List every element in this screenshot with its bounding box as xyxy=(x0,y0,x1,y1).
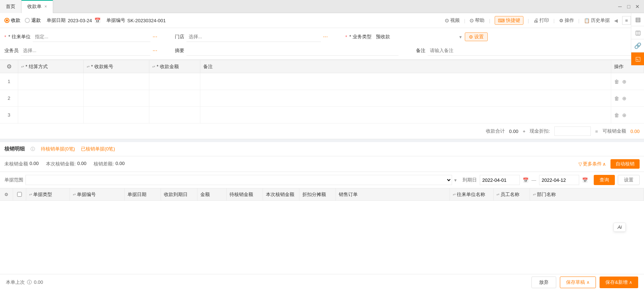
done-tab[interactable]: 已核销单据(0笔) xyxy=(81,146,115,152)
right-sidebar: ▤ ◫ 🔗 ◱ xyxy=(631,13,644,66)
save-draft-arrow-icon: ∧ xyxy=(586,280,590,285)
td-seq-1: 1 xyxy=(0,73,18,90)
table-row: 3 🗑 ⊕ xyxy=(0,107,644,124)
xianjian-input[interactable] xyxy=(554,126,591,136)
quwai-input[interactable] xyxy=(33,32,150,42)
sidebar-icon-table[interactable]: ▤ xyxy=(631,13,644,26)
more-conditions-label: 更多条件 xyxy=(583,161,602,167)
main-content: 收款 退款 单据日期 2023-03-24 📅 单据编号 SK-20230324… xyxy=(0,13,644,290)
zhaiyao-label: 摘要 xyxy=(175,47,184,54)
td-jsfangshi-3[interactable] xyxy=(18,107,84,123)
save-new-arrow-icon: ∧ xyxy=(629,280,632,285)
td-jsfangshi-1[interactable] xyxy=(18,73,84,90)
radio-shoukuan[interactable]: 收款 xyxy=(4,17,20,24)
print-label: 打印 xyxy=(539,17,549,24)
setting-button[interactable]: ⚙ 设置 xyxy=(465,32,488,41)
sort-icon-jsfangshi: ▴▾ xyxy=(21,65,24,68)
table-setting-btn[interactable]: 设置 xyxy=(618,175,640,185)
range-select[interactable] xyxy=(25,175,452,185)
ai-badge[interactable]: Ai xyxy=(613,223,626,232)
bth-gear[interactable]: ⚙ xyxy=(0,188,13,200)
bth-yuangong-label: 员工名称 xyxy=(500,191,519,198)
td-shouzhang-3[interactable] xyxy=(84,107,149,123)
dian-input[interactable] xyxy=(186,32,321,42)
radio-tuikuan[interactable]: 退款 xyxy=(25,17,41,24)
date-start-input[interactable] xyxy=(480,175,520,185)
yewuyuan-more-btn[interactable]: ··· xyxy=(153,47,157,54)
calendar-end-icon[interactable]: 📅 xyxy=(582,177,588,183)
td-jine-3[interactable] xyxy=(149,107,200,123)
print-icon: 🖨 xyxy=(533,17,538,23)
dian-group: 门店 ··· xyxy=(175,32,328,42)
delete-icon-3[interactable]: 🗑 xyxy=(614,112,619,118)
pending-tab[interactable]: 待核销单据(0笔) xyxy=(41,146,75,152)
save-new-btn[interactable]: 保存&新增 ∧ xyxy=(600,277,638,288)
query-label: 查询 xyxy=(600,177,609,183)
date-end-input[interactable] xyxy=(539,175,579,185)
tab-shoukudan-label: 收款单 xyxy=(27,3,42,10)
minimize-button[interactable]: ─ xyxy=(616,3,624,10)
receipt-type-radio-group: 收款 退款 xyxy=(4,17,41,24)
copy-icon-1[interactable]: ⊕ xyxy=(622,79,627,85)
filter-right-btns: 查询 设置 xyxy=(594,175,640,185)
save-draft-label: 保存草稿 xyxy=(566,279,585,286)
delete-icon-2[interactable]: 🗑 xyxy=(614,95,619,101)
date-range-group: 到期日 📅 — 📅 xyxy=(463,175,588,185)
yewu-dropdown-arrow[interactable]: ▾ xyxy=(459,34,462,40)
td-jine-1[interactable] xyxy=(149,73,200,90)
td-beizhu-1[interactable] xyxy=(200,73,611,90)
sidebar-icon-expand[interactable]: ◱ xyxy=(631,52,644,66)
lishi-label: 历史单据 xyxy=(591,17,610,24)
td-jsfangshi-2[interactable] xyxy=(18,90,84,106)
td-beizhu-3[interactable] xyxy=(200,107,611,123)
bth-quwaimc-label: 往来单位名称 xyxy=(457,191,485,198)
video-btn[interactable]: ⊙ 视频 xyxy=(445,17,460,24)
close-window-button[interactable]: ✕ xyxy=(634,3,641,10)
abandon-btn[interactable]: 放弃 xyxy=(531,277,556,288)
benshang-label: 本单上次 xyxy=(6,279,25,286)
more-conditions-btn[interactable]: ▽ 更多条件 ∧ xyxy=(578,161,606,167)
td-jine-2[interactable] xyxy=(149,90,200,106)
prev-arrow[interactable]: ◀ xyxy=(614,18,618,23)
td-beizhu-2[interactable] xyxy=(200,90,611,106)
calendar-start-icon[interactable]: 📅 xyxy=(523,177,529,183)
copy-icon-3[interactable]: ⊕ xyxy=(622,112,627,118)
select-all-checkbox[interactable] xyxy=(17,192,22,197)
print-btn[interactable]: 🖨 打印 xyxy=(533,17,549,24)
delete-icon-1[interactable]: 🗑 xyxy=(614,79,619,85)
help-btn[interactable]: ⊙ 帮助 xyxy=(470,17,484,24)
bth-col-danjuleixing: ▴▾ 单据类型 xyxy=(26,188,70,200)
yewuyuan-label: 业务员 xyxy=(4,47,19,54)
top-toolbar: 收款 退款 单据日期 2023-03-24 📅 单据编号 SK-20230324… xyxy=(0,13,644,28)
zhaiyao-input[interactable] xyxy=(186,46,398,56)
save-draft-btn[interactable]: 保存草稿 ∧ xyxy=(560,277,596,288)
bth-danjubh-label: 单据编号 xyxy=(77,191,96,198)
copy-icon-2[interactable]: ⊕ xyxy=(622,95,627,101)
yewuyuan-input[interactable] xyxy=(21,46,150,56)
lishi-btn[interactable]: 📋 历史单据 xyxy=(584,17,610,24)
quwai-more-btn[interactable]: ··· xyxy=(153,34,157,40)
td-shouzhang-1[interactable] xyxy=(84,73,149,90)
query-btn[interactable]: 查询 xyxy=(594,175,615,185)
hexiao-info-icon[interactable]: ⓘ xyxy=(31,146,35,152)
form-area: * * 往来单位 ··· 门店 ··· * * 业务类型 预收款 ▾ ⚙ 设置 xyxy=(0,28,644,60)
maximize-button[interactable]: □ xyxy=(625,3,632,10)
caozuo-btn[interactable]: ⚙ 操作 xyxy=(559,17,574,24)
xianjian-label: 现金折扣: xyxy=(530,128,550,134)
calendar-icon[interactable]: 📅 xyxy=(94,17,101,23)
sidebar-icon-doc[interactable]: ◫ xyxy=(631,26,644,39)
sidebar-icon-link[interactable]: 🔗 xyxy=(631,39,644,52)
bottom-table-header: ⚙ ▴▾ 单据类型 ▴▾ 单据编号 单据日期 收款到期日 金额 待核销金 xyxy=(0,188,644,201)
radio-tuikuan-dot xyxy=(25,18,30,23)
tab-home[interactable]: 首页 xyxy=(0,0,21,13)
table-gear-icon[interactable]: ⚙ xyxy=(4,63,15,70)
kuaijian-btn[interactable]: ⌨ 快捷键 xyxy=(495,16,523,25)
list-view-btn[interactable]: ≡ xyxy=(622,16,631,25)
auto-hexiao-btn[interactable]: 自动核销 xyxy=(610,159,640,169)
tab-shoukudan[interactable]: 收款单 × xyxy=(21,0,53,13)
td-shouzhang-2[interactable] xyxy=(84,90,149,106)
form-row-1: * * 往来单位 ··· 门店 ··· * * 业务类型 预收款 ▾ ⚙ 设置 xyxy=(4,32,640,42)
beizhu-input[interactable] xyxy=(428,46,640,56)
tab-close-icon[interactable]: × xyxy=(44,4,47,9)
dian-more-btn[interactable]: ··· xyxy=(323,34,328,40)
